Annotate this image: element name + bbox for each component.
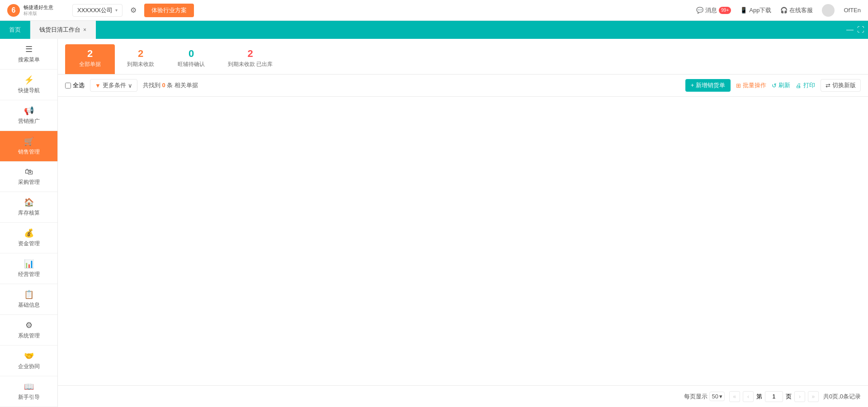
sidebar: ☰ 搜索菜单 ⚡ 快捷导航 📢 营销推广 🛒 销售管理 🛍 采购管理 🏠 库存核… xyxy=(0,39,58,407)
toolbar: 全选 ▼ 更多条件 ∨ 共找到 0 条 相关单据 + 新增销货单 ⊞ 批量操作 xyxy=(58,75,868,97)
sidebar-item-finance[interactable]: 💰 资金管理 xyxy=(0,223,57,253)
avatar xyxy=(822,4,835,17)
stat-tab-all[interactable]: 2 全部单据 xyxy=(65,44,115,74)
tab-bar: 首页 钱货日清工作台 × — ⛶ xyxy=(0,21,868,39)
page-word-before: 第 xyxy=(756,393,762,401)
stat-label-wangfu: 旺辅待确认 xyxy=(178,61,205,68)
found-count: 0 xyxy=(162,82,165,89)
online-service-action[interactable]: 🎧 在线客服 xyxy=(780,6,813,14)
select-all-input[interactable] xyxy=(65,83,71,89)
logo-text: 畅捷通好生意 标准版 xyxy=(24,4,53,16)
chevron-down-icon: ▾ xyxy=(115,8,118,13)
message-action[interactable]: 💬 消息 99+ xyxy=(696,6,731,14)
page-nav: « ‹ 第 页 › » xyxy=(729,391,819,402)
marketing-icon: 📢 xyxy=(24,106,34,116)
management-icon: 📊 xyxy=(24,259,34,269)
chevron-icon: ∨ xyxy=(128,82,132,89)
sidebar-item-purchase[interactable]: 🛍 采购管理 xyxy=(0,162,57,192)
phone-icon: 📱 xyxy=(740,7,747,14)
search-menu-icon: ☰ xyxy=(25,44,33,54)
message-badge: 99+ xyxy=(719,7,731,14)
print-icon: 🖨 xyxy=(796,82,802,89)
filter-button[interactable]: ▼ 更多条件 ∨ xyxy=(90,79,137,92)
stats-tabs: 2 全部单据 2 到期未收款 0 旺辅待确认 2 到期未收款 已出库 xyxy=(58,39,868,75)
settings-button[interactable]: ⚙ xyxy=(126,3,141,18)
first-page-button[interactable]: « xyxy=(729,391,740,402)
sidebar-item-search[interactable]: ☰ 搜索菜单 xyxy=(0,39,57,70)
tab-maximize-icon[interactable]: ⛶ xyxy=(857,26,864,34)
stat-tab-overdue[interactable]: 2 到期未收款 xyxy=(116,44,165,74)
tab-minimize-icon[interactable]: — xyxy=(846,26,854,34)
sidebar-item-enterprise[interactable]: 🤝 企业协同 xyxy=(0,346,57,376)
tab-work-bench[interactable]: 钱货日清工作台 × xyxy=(30,21,96,39)
sidebar-item-management[interactable]: 📊 经营管理 xyxy=(0,253,57,284)
purchase-icon: 🛍 xyxy=(25,167,33,177)
page-number-input[interactable] xyxy=(765,391,783,402)
stat-tab-wangfu[interactable]: 0 旺辅待确认 xyxy=(166,44,216,74)
page-word: 页 xyxy=(786,393,792,401)
page-size-select: 每页显示 50 ▾ xyxy=(684,392,724,401)
stat-label-overdue: 到期未收款 xyxy=(127,61,154,68)
stat-number-shipped: 2 xyxy=(248,48,253,60)
total-info: 共0页,0条记录 xyxy=(823,393,861,401)
stat-number-overdue: 2 xyxy=(138,48,143,60)
stat-label-shipped: 到期未收款 已出库 xyxy=(228,61,273,68)
add-sales-order-button[interactable]: + 新增销货单 xyxy=(685,79,731,92)
guide-icon: 📖 xyxy=(24,382,34,392)
refresh-icon: ↺ xyxy=(772,82,777,89)
sidebar-item-system[interactable]: ⚙ 系统管理 xyxy=(0,315,57,346)
system-icon: ⚙ xyxy=(25,320,33,330)
last-page-button[interactable]: » xyxy=(808,391,819,402)
headset-icon: 🎧 xyxy=(780,7,788,14)
trial-button[interactable]: 体验行业方案 xyxy=(144,4,194,17)
tab-end-actions: — ⛶ xyxy=(846,21,868,39)
sidebar-item-sales[interactable]: 🛒 销售管理 xyxy=(0,131,57,162)
switch-icon: ⇄ xyxy=(826,82,830,89)
page-size-selector[interactable]: 50 ▾ xyxy=(709,392,724,401)
sidebar-item-marketing[interactable]: 📢 营销推广 xyxy=(0,100,57,131)
switch-new-version-button[interactable]: ⇄ 切换新版 xyxy=(821,79,861,92)
header-right: 💬 消息 99+ 📱 App下载 🎧 在线客服 OfTEn xyxy=(696,4,861,17)
username: OfTEn xyxy=(844,7,861,14)
tab-close-icon[interactable]: × xyxy=(83,27,86,33)
pagination-bar: 每页显示 50 ▾ « ‹ 第 页 › » 共0页,0条记录 xyxy=(58,385,868,407)
company-selector[interactable]: XXXXXX公司 ▾ xyxy=(72,4,123,17)
sidebar-item-quick-nav[interactable]: ⚡ 快捷导航 xyxy=(0,70,57,100)
stat-tab-shipped[interactable]: 2 到期未收款 已出库 xyxy=(217,44,283,74)
table-area xyxy=(58,97,868,385)
content-area: 2 全部单据 2 到期未收款 0 旺辅待确认 2 到期未收款 已出库 全选 xyxy=(58,39,868,407)
batch-operation-button[interactable]: ⊞ 批量操作 xyxy=(736,81,766,89)
tab-home[interactable]: 首页 xyxy=(0,21,30,39)
stat-number-all: 2 xyxy=(87,48,93,60)
sidebar-item-basic-info[interactable]: 📋 基础信息 xyxy=(0,284,57,315)
stat-label-all: 全部单据 xyxy=(79,61,101,68)
basic-info-icon: 📋 xyxy=(24,290,34,299)
refresh-button[interactable]: ↺ 刷新 xyxy=(772,81,790,89)
message-icon: 💬 xyxy=(696,7,703,14)
select-all-checkbox[interactable]: 全选 xyxy=(65,81,85,89)
app-download-action[interactable]: 📱 App下载 xyxy=(740,6,771,14)
toolbar-right: + 新增销货单 ⊞ 批量操作 ↺ 刷新 🖨 打印 ⇄ 切换新版 xyxy=(685,79,861,92)
next-page-button[interactable]: › xyxy=(794,391,805,402)
inventory-icon: 🏠 xyxy=(24,197,34,207)
filter-icon: ▼ xyxy=(95,82,101,89)
prev-page-button[interactable]: ‹ xyxy=(743,391,754,402)
finance-icon: 💰 xyxy=(24,228,34,238)
sidebar-item-guide[interactable]: 📖 新手引导 xyxy=(0,376,57,407)
found-text: 共找到 0 条 相关单据 xyxy=(143,81,198,89)
enterprise-icon: 🤝 xyxy=(24,351,34,361)
page-size-chevron-icon: ▾ xyxy=(719,393,722,400)
logo-icon: 6 xyxy=(7,4,20,17)
print-button[interactable]: 🖨 打印 xyxy=(796,81,815,89)
sales-icon: 🛒 xyxy=(24,136,34,146)
logo-area: 6 畅捷通好生意 标准版 xyxy=(7,4,65,17)
stat-number-wangfu: 0 xyxy=(189,48,194,60)
main-layout: ☰ 搜索菜单 ⚡ 快捷导航 📢 营销推广 🛒 销售管理 🛍 采购管理 🏠 库存核… xyxy=(0,39,868,407)
sidebar-item-inventory[interactable]: 🏠 库存核算 xyxy=(0,192,57,223)
quick-nav-icon: ⚡ xyxy=(24,75,34,85)
batch-icon: ⊞ xyxy=(736,82,741,89)
company-name: XXXXXX公司 xyxy=(77,6,113,14)
top-header: 6 畅捷通好生意 标准版 XXXXXX公司 ▾ ⚙ 体验行业方案 💬 消息 99… xyxy=(0,0,868,21)
